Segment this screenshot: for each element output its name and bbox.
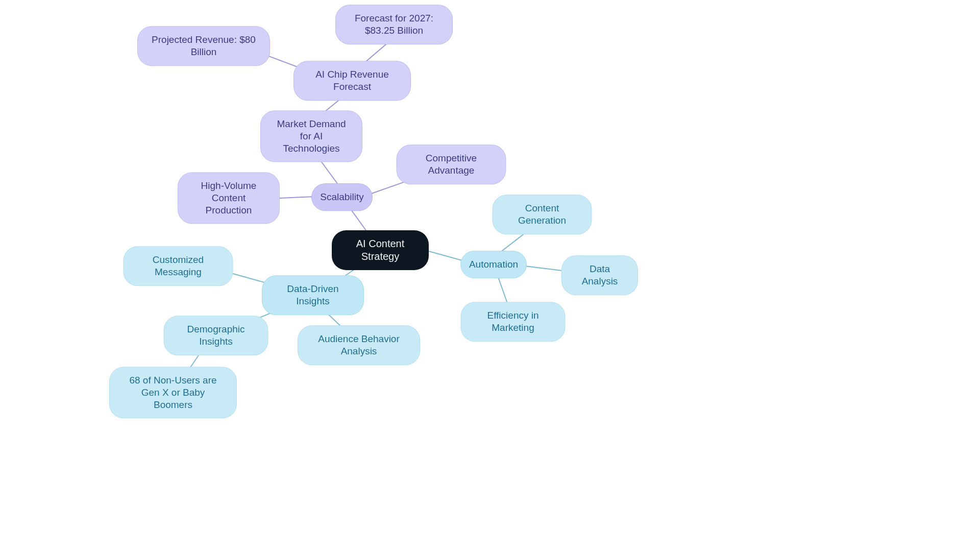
node-ai-chip-revenue[interactable]: AI Chip Revenue Forecast [293, 61, 411, 101]
node-scalability[interactable]: Scalability [311, 183, 373, 211]
node-label: Content Generation [505, 202, 579, 227]
node-label: Data-Driven Insights [275, 283, 351, 307]
node-label: Audience Behavior Analysis [310, 333, 407, 357]
node-content-generation[interactable]: Content Generation [493, 195, 592, 234]
root-node[interactable]: AI Content Strategy [332, 230, 429, 270]
node-competitive-advantage[interactable]: Competitive Advantage [397, 145, 506, 184]
node-label: Competitive Advantage [409, 152, 494, 177]
node-label: Forecast for 2027: $83.25 Billion [348, 12, 440, 37]
node-high-volume-content[interactable]: High-Volume Content Production [178, 172, 280, 224]
node-market-demand[interactable]: Market Demand for AI Technologies [260, 110, 362, 162]
node-label: Customized Messaging [136, 254, 220, 278]
node-label: High-Volume Content Production [190, 180, 267, 216]
node-label: 68 of Non-Users are Gen X or Baby Boomer… [122, 374, 224, 411]
node-label: Demographic Insights [177, 323, 256, 348]
svg-line-1 [280, 197, 314, 198]
node-demographic-stat[interactable]: 68 of Non-Users are Gen X or Baby Boomer… [109, 367, 237, 418]
node-projected-revenue[interactable]: Projected Revenue: $80 Billion [137, 26, 270, 66]
node-label: Data Analysis [574, 263, 625, 287]
node-label: Automation [469, 258, 518, 271]
node-demographic-insights[interactable]: Demographic Insights [164, 316, 268, 355]
node-data-driven-insights[interactable]: Data-Driven Insights [262, 275, 364, 315]
root-label: AI Content Strategy [344, 237, 416, 263]
node-customized-messaging[interactable]: Customized Messaging [124, 246, 233, 286]
node-forecast-2027[interactable]: Forecast for 2027: $83.25 Billion [335, 5, 453, 44]
mindmap-canvas: AI Content Strategy Scalability High-Vol… [0, 0, 980, 553]
node-label: Market Demand for AI Technologies [273, 118, 350, 154]
node-label: AI Chip Revenue Forecast [306, 68, 398, 93]
node-automation[interactable]: Automation [460, 251, 527, 278]
node-label: Scalability [320, 191, 364, 203]
node-data-analysis[interactable]: Data Analysis [561, 255, 638, 295]
node-label: Projected Revenue: $80 Billion [150, 34, 257, 58]
node-audience-behavior[interactable]: Audience Behavior Analysis [298, 325, 420, 365]
node-label: Efficiency in Marketing [474, 309, 553, 334]
node-efficiency-marketing[interactable]: Efficiency in Marketing [461, 302, 566, 342]
